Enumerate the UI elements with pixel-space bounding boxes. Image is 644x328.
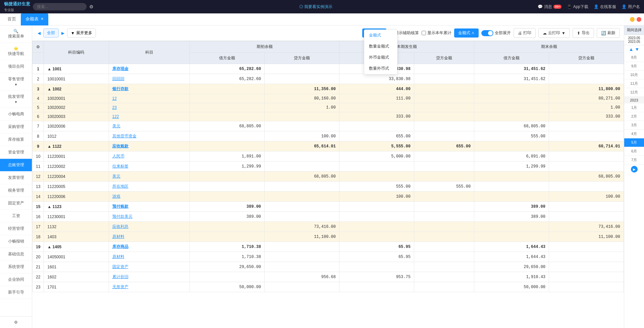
sidebar-item-wholesale[interactable]: 批发管理 ▼ (0, 90, 32, 108)
sidebar-item-basic[interactable]: 基础信息 (0, 248, 32, 261)
expand-more-button[interactable]: ▼ 展开更多 (67, 28, 96, 38)
month-2[interactable]: 2月 (624, 112, 644, 121)
tab-balance-close[interactable]: ✕ (41, 17, 44, 21)
table-row[interactable]: 10 11220001 人民币 1,891.00 5,000.00 6,891.… (33, 151, 624, 161)
month-10[interactable]: 10月 (624, 71, 644, 79)
refresh-button[interactable]: 🔄 刷新 (597, 28, 620, 38)
month-5[interactable]: 5月 (624, 138, 644, 147)
sidebar-item-expense[interactable]: 小畅报销 (0, 235, 32, 248)
all-filter-button[interactable]: 全部 (43, 28, 59, 38)
format-option-amount[interactable]: 金额式 (364, 30, 397, 41)
sidebar-item-inventory[interactable]: 库存核算 (0, 133, 32, 146)
row-name[interactable]: 原材料 (109, 252, 190, 262)
sidebar-item-capital[interactable]: 资金管理 (0, 146, 32, 159)
table-row[interactable]: 23 1701 无形资产 50,000.00 50,000.00 (33, 282, 624, 292)
print-button[interactable]: 🖨 打印 (514, 28, 536, 38)
period-prev-btn[interactable]: ▲ (629, 47, 634, 52)
table-row[interactable]: 22 1602 累计折旧 956.68 953.75 1,910.43 (33, 272, 624, 282)
window-restore-button[interactable] (630, 17, 635, 22)
window-close-button[interactable] (637, 17, 641, 22)
row-name[interactable]: 往来标签 (109, 161, 190, 172)
row-name[interactable]: 固定资产 (109, 262, 190, 272)
export-button[interactable]: ⬆ 导出 (573, 28, 594, 38)
message-button[interactable]: 💬 消息 99+ (538, 4, 561, 10)
sidebar-item-system[interactable]: 系统管理 (0, 261, 32, 273)
sidebar-item-search[interactable]: 🔍 搜索菜单 (0, 25, 32, 43)
sidebar-item-management[interactable]: 经营管理 (0, 222, 32, 235)
col-settings[interactable]: ⚙ (33, 41, 44, 53)
sidebar-item-invoice[interactable]: 发票管理 (0, 172, 32, 184)
table-row[interactable]: 19 ▲ 1405 库存商品 1,710.38 65.95 1,644.43 (33, 242, 624, 252)
sidebar-item-retail[interactable]: 零售管理 ▼ (0, 73, 32, 90)
online-service-button[interactable]: 👤 在线客服 (594, 4, 616, 10)
sidebar-item-ecommerce[interactable]: 小畅电商 (0, 108, 32, 121)
table-row[interactable]: 14 11220006 游戏 100.00 100.00 (33, 192, 624, 202)
month-8[interactable]: 8月 (624, 53, 644, 62)
user-area[interactable]: 👤 用户名 (622, 4, 640, 10)
month-3[interactable]: 3月 (624, 121, 644, 130)
table-row[interactable]: 6 10020003 122 333.00 333.00 (33, 112, 624, 121)
table-row[interactable]: 7 10020006 美元 68,805.00 68,805.00 (33, 121, 624, 131)
table-row[interactable]: 2 10010001 回回回 65,282.60 33,830.98 31,45… (33, 74, 624, 84)
period-collapse-btn[interactable]: ▶ (631, 166, 638, 173)
ytd-checkbox-input[interactable] (422, 31, 426, 35)
sidebar-item-project[interactable]: 项目合同 (0, 60, 32, 73)
sidebar-item-ledger[interactable]: 总账管理 (0, 159, 32, 172)
table-row[interactable]: 5 10020002 23 1.00 1.00 (33, 103, 624, 112)
sidebar-item-collab[interactable]: 企业协同 (0, 273, 32, 286)
tab-home[interactable]: 首页 (3, 13, 21, 25)
top-settings-button[interactable]: ⚙ (89, 4, 94, 9)
table-row[interactable]: 1 ▲ 1001 库存现金 65,282.60 33,830.98 31,451… (33, 64, 624, 74)
row-name[interactable]: 美元 (109, 172, 190, 182)
row-name[interactable]: 应收账款 (109, 141, 190, 151)
format-button[interactable]: 金额式 ∧ (454, 28, 479, 38)
row-name[interactable]: 累计折旧 (109, 272, 190, 282)
search-forward-icon[interactable]: ▶ (60, 29, 66, 37)
table-row[interactable]: 3 ▲ 1002 银行存款 11,356.00 444.00 11,800.00 (33, 84, 624, 94)
format-option-currency-amount[interactable]: 外币金额式 (364, 52, 397, 63)
sidebar-item-purchase[interactable]: 采购管理 (0, 121, 32, 133)
row-name[interactable]: 美元 (109, 121, 190, 131)
month-11[interactable]: 11月 (624, 79, 644, 88)
row-name[interactable]: 人民币 (109, 151, 190, 161)
table-row[interactable]: 4 10020001 12 80,160.00 111.00 80,271.00 (33, 94, 624, 103)
sidebar-item-salary[interactable]: 工资 (0, 210, 32, 222)
row-name[interactable]: 12 (109, 94, 190, 103)
period-next-btn[interactable]: ▼ (635, 47, 640, 52)
row-name[interactable]: 122 (109, 112, 190, 121)
row-name[interactable]: 所在地区 (109, 182, 190, 192)
row-name[interactable]: 游戏 (109, 192, 190, 202)
sidebar-settings-button[interactable]: ⚙ (0, 316, 32, 328)
row-name[interactable]: 回回回 (109, 74, 190, 84)
month-7[interactable]: 7月 (624, 156, 644, 165)
table-row[interactable]: 9 ▲ 1122 应收账款 65,614.01 5,555.00 655.00 … (33, 141, 624, 151)
row-name[interactable]: 预付款美元 (109, 212, 190, 222)
month-12[interactable]: 12月 (624, 88, 644, 97)
row-name[interactable]: 库存现金 (109, 64, 190, 74)
show-ytd-checkbox[interactable]: 显示本年累计 (422, 30, 451, 36)
row-name[interactable]: 库存商品 (109, 242, 190, 252)
row-name[interactable]: 无形资产 (109, 282, 190, 292)
table-row[interactable]: 17 1132 应收利息 73,416.00 73,416.00 (33, 222, 624, 232)
top-search-input[interactable] (33, 3, 87, 10)
row-name[interactable]: 银行存款 (109, 84, 190, 94)
month-4[interactable]: 4月 (624, 130, 644, 138)
format-option-qty-amount[interactable]: 数量金额式 (364, 41, 397, 52)
cloud-print-button[interactable]: ☁ 云打印 ▼ (538, 28, 570, 38)
table-row[interactable]: 12 11220004 美元 68,805.00 68,805.00 (33, 172, 624, 182)
row-name[interactable]: 应收利息 (109, 222, 190, 232)
sidebar-item-assets[interactable]: 固定资产 (0, 197, 32, 210)
search-back-icon[interactable]: ◀ (36, 29, 42, 37)
format-option-qty-currency[interactable]: 数量外币式 (364, 63, 397, 74)
table-row[interactable]: 18 1403 原材料 11,100.00 11,100.00 (33, 232, 624, 242)
tab-balance[interactable]: 余额表 ✕ (21, 13, 48, 25)
app-download-button[interactable]: 📱 App下载 (567, 4, 588, 10)
table-row[interactable]: 16 11230001 预付款美元 389.00 389.00 (33, 212, 624, 222)
month-6[interactable]: 6月 (624, 147, 644, 156)
table-row[interactable]: 20 14050001 原材料 1,710.38 65.95 1,644.43 (33, 252, 624, 262)
table-row[interactable]: 8 1012 其他货币资金 100.00 655.00 555.00 (33, 131, 624, 141)
row-name[interactable]: 其他货币资金 (109, 131, 190, 141)
month-1[interactable]: 1月 (624, 104, 644, 112)
table-row[interactable]: 21 1601 固定资产 29,650.00 29,650.00 (33, 262, 624, 272)
table-row[interactable]: 13 11220005 所在地区 555.00 555.00 (33, 182, 624, 192)
